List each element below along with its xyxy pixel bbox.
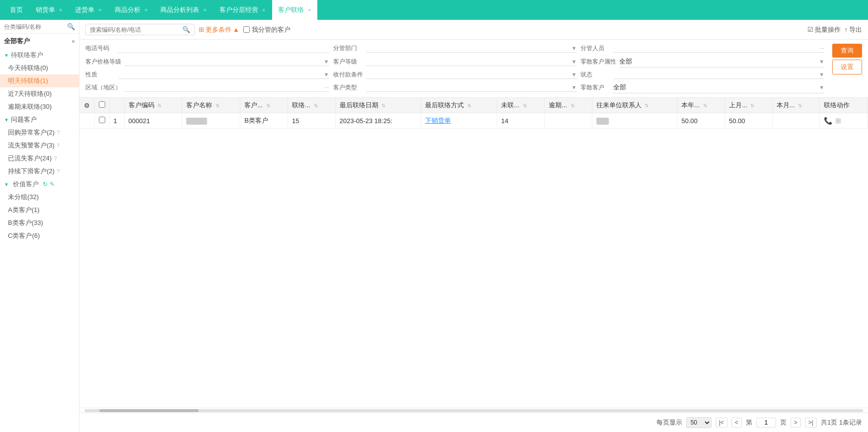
filter-price-level: 客户价格等级 ▼	[85, 58, 329, 66]
more-icon[interactable]: ···	[820, 45, 824, 51]
filter-retail-attr-select[interactable]: 全部 ▼	[619, 56, 824, 68]
current-page-input[interactable]	[756, 418, 776, 428]
filter-phone-input[interactable]	[118, 44, 329, 53]
nav-customer-contact[interactable]: 客户联络 ×	[272, 0, 317, 20]
nav-home[interactable]: 首页	[4, 0, 29, 20]
row-checkbox[interactable]	[99, 117, 105, 123]
sidebar-group-problem[interactable]: ▼ 问题客户	[0, 113, 79, 126]
th-type[interactable]: 客户... ⇅	[240, 98, 288, 113]
sidebar-item-churned[interactable]: 已流失客户(24) ?	[0, 152, 79, 165]
sidebar-search-input[interactable]	[4, 23, 67, 30]
td-name: ████	[182, 113, 240, 129]
nav-customer-layering[interactable]: 客户分层经营 ×	[214, 0, 271, 20]
sidebar-item-class-c[interactable]: C类客户(6)	[0, 229, 79, 242]
last-page-btn[interactable]: >|	[805, 418, 817, 428]
action-icons: 📞 ⊞	[824, 117, 864, 125]
th-uncontacted[interactable]: 未联... ⇅	[497, 98, 545, 113]
help-icon[interactable]: ?	[57, 143, 60, 148]
sidebar-item-tomorrow[interactable]: 明天待联络(1)	[0, 74, 79, 87]
sidebar-item-churn-warning[interactable]: 流失预警客户(3) ?	[0, 139, 79, 152]
search-submit-icon[interactable]: 🔍	[182, 26, 190, 33]
export-btn[interactable]: ↑ 导出	[845, 25, 863, 34]
sidebar-item-overdue[interactable]: 逾期未联络(30)	[0, 100, 79, 113]
th-overdue[interactable]: 逾期... ⇅	[545, 98, 592, 113]
th-this-month[interactable]: 本月... ⇅	[772, 98, 820, 113]
select-all-checkbox[interactable]	[99, 101, 105, 108]
sidebar-search-icon[interactable]: 🔍	[67, 23, 75, 30]
close-icon[interactable]: ×	[262, 7, 265, 13]
close-icon[interactable]: ×	[203, 7, 206, 13]
filter-customer-type-select[interactable]: ▼	[366, 83, 577, 92]
filter-dept-select[interactable]: ▼	[366, 44, 577, 53]
close-icon[interactable]: ×	[308, 7, 311, 13]
close-icon[interactable]: ×	[59, 7, 62, 13]
collapse-icon[interactable]: «	[72, 38, 75, 45]
filter-region-select[interactable]: ···	[124, 83, 329, 92]
more-icon[interactable]: ···	[325, 84, 329, 90]
set-button[interactable]: 设置	[832, 60, 862, 74]
triangle-icon: ▼	[4, 182, 9, 187]
filter-customer-level-select[interactable]: ▼	[366, 58, 577, 66]
filter-nature-select[interactable]: ▼	[118, 71, 329, 79]
search-input[interactable]	[90, 26, 180, 33]
first-page-btn[interactable]: |<	[716, 418, 727, 428]
sidebar-item-7days[interactable]: 近7天待联络(0)	[0, 87, 79, 100]
all-customers-title[interactable]: 全部客户 «	[0, 34, 79, 49]
th-last-method[interactable]: 最后联络方式 ⇅	[421, 98, 497, 113]
help-icon[interactable]: ?	[57, 168, 60, 174]
my-customers-checkbox[interactable]: 我分管的客户	[243, 25, 290, 34]
batch-operation-btn[interactable]: ☑ 批量操作	[807, 25, 841, 34]
sidebar-item-class-b[interactable]: B类客户(33)	[0, 216, 79, 229]
chevron-down-icon: ▼	[571, 45, 577, 51]
filter-manager: 分管人员 ···	[580, 44, 824, 53]
sidebar-item-ungrouped[interactable]: 未分组(32)	[0, 191, 79, 204]
nav-product-analysis[interactable]: 商品分析 ×	[109, 0, 153, 20]
th-settings[interactable]: ⚙	[79, 98, 94, 113]
grid-icon[interactable]: ⊞	[835, 117, 841, 125]
filter-retail-attr-label: 零散客户属性	[580, 58, 616, 66]
next-page-btn[interactable]: >	[791, 418, 801, 428]
filter-status-select[interactable]: ▼	[613, 71, 824, 79]
sort-icon: ⇅	[703, 103, 707, 108]
th-last-month[interactable]: 上月... ⇅	[724, 98, 772, 113]
filter-payment-select[interactable]: ▼	[366, 71, 577, 79]
sidebar-item-declining[interactable]: 持续下滑客户(2) ?	[0, 165, 79, 178]
filter-retail-customer-select[interactable]: 全部 ▼	[613, 82, 824, 93]
page-size-select[interactable]: 50 100 200	[686, 417, 712, 428]
more-conditions-btn[interactable]: ⊞ 更多条件 ▲	[199, 25, 239, 34]
search-bar: 🔍 ⊞ 更多条件 ▲ 我分管的客户 ☑ 批量操作 ↑ 导出	[79, 20, 868, 40]
prev-page-btn[interactable]: <	[731, 418, 742, 428]
th-name[interactable]: 客户名称 ⇅	[182, 98, 240, 113]
filter-manager-select[interactable]: ···	[613, 44, 824, 53]
horizontal-scrollbar[interactable]	[79, 408, 868, 413]
my-customers-checkbox-input[interactable]	[243, 26, 250, 33]
nav-purchase-order[interactable]: 进货单 ×	[69, 0, 107, 20]
nav-product-analysis-list[interactable]: 商品分析列表 ×	[154, 0, 212, 20]
help-icon[interactable]: ?	[54, 155, 57, 161]
th-code[interactable]: 客户编码 ⇅	[124, 98, 182, 113]
sort-icon: ⇅	[645, 103, 649, 108]
td-last-method[interactable]: 下销货单	[421, 113, 497, 129]
query-button[interactable]: 查询	[832, 44, 862, 58]
phone-icon[interactable]: 📞	[824, 117, 832, 125]
sidebar-item-repurchase-abnormal[interactable]: 回购异常客户(2) ?	[0, 126, 79, 139]
edit-icon[interactable]: ✎	[50, 181, 55, 188]
chevron-down-icon: ▼	[324, 72, 329, 77]
th-contact[interactable]: 联络... ⇅	[288, 98, 336, 113]
th-contact-person[interactable]: 往来单位联系人 ⇅	[592, 98, 677, 113]
close-icon[interactable]: ×	[145, 7, 147, 13]
sidebar-item-class-a[interactable]: A类客户(1)	[0, 204, 79, 216]
sort-icon: ⇅	[157, 103, 161, 108]
sidebar-item-today[interactable]: 今天待联络(0)	[0, 62, 79, 74]
filter-price-level-select[interactable]: ▼	[124, 58, 329, 66]
close-icon[interactable]: ×	[98, 7, 101, 13]
refresh-icon[interactable]: ↻	[43, 181, 48, 188]
last-method-link[interactable]: 下销货单	[425, 117, 451, 124]
th-this-year[interactable]: 本年... ⇅	[677, 98, 725, 113]
scrollbar-thumb[interactable]	[99, 409, 199, 412]
th-last-date[interactable]: 最后联络日期 ⇅	[335, 98, 421, 113]
nav-sales-order[interactable]: 销货单 ×	[30, 0, 68, 20]
sidebar-group-pending[interactable]: ▼ 待联络客户	[0, 49, 79, 62]
sidebar-group-value[interactable]: ▼ 价值客户 ↻ ✎	[0, 178, 79, 191]
help-icon[interactable]: ?	[57, 130, 60, 136]
